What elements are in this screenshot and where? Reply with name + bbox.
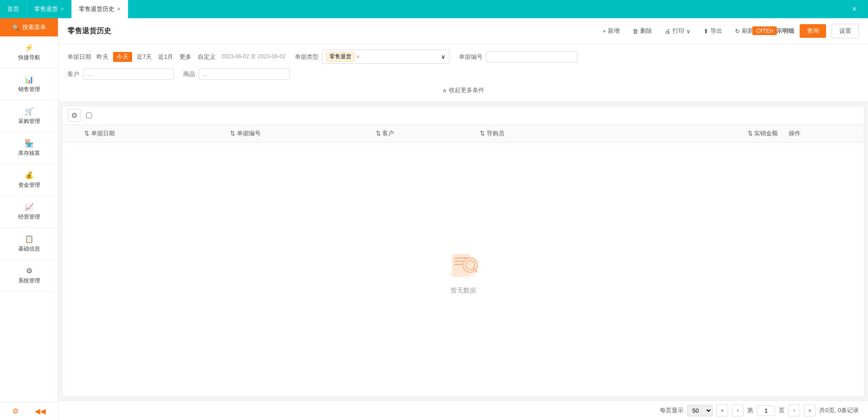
last1m-shortcut[interactable]: 近1月 [156,52,175,62]
bill-type-label: 单据类型 [295,53,318,61]
customer-input[interactable]: ... [83,68,174,80]
top-bar-right: × [848,3,868,15]
tab-retail-return-label: 零售退货 [34,5,58,13]
page-size-select[interactable]: 10 20 50 100 [687,405,713,416]
data-table: ⇅ 单据日期 ⇅ 单据编号 ⇅ 客户 ⇅ 导购员 ⇅ [62,125,864,143]
last7-shortcut[interactable]: 近7天 [135,52,154,62]
sidebar-item-finance-label: 资金管理 [18,181,40,189]
export-icon: ⬆ [704,28,709,35]
th-guide-label: ⇅ 导购员 [480,130,504,137]
print-button[interactable]: 🖨 打印 ∨ [661,25,694,37]
tab-retail-return[interactable]: 零售退货 × [27,0,72,18]
purchase-icon: 🛒 [25,107,34,116]
bill-no-label: 单据编号 [459,53,483,61]
select-all-checkbox[interactable] [86,113,92,118]
system-icon: ⚙ [25,266,34,275]
th-amount[interactable]: ⇅ 实销金额 [638,125,784,143]
settings-button[interactable]: 设置 [832,24,859,38]
main-layout: 🔍 搜索菜单 ⚡ 快捷导航 📊 销售管理 🛒 采购管理 🏪 库存核算 💰 资金管… [0,18,868,420]
date-filter: 单据日期 昨天 今天 近7天 近1月 更多 自定义 2023-06-02 至 2… [67,52,286,62]
page-input[interactable] [757,405,775,416]
refresh-label: 刷新 [742,27,754,35]
sidebar-search[interactable]: 🔍 搜索菜单 [0,18,58,36]
delete-label: 删除 [640,27,652,35]
query-button[interactable]: 查询 [800,24,826,38]
top-bar: 首页 零售退货 × 零售退货历史 × × [0,0,868,18]
page-label-2: 页 [779,406,785,415]
svg-rect-2 [454,257,468,259]
sidebar-search-label: 搜索菜单 [22,23,46,31]
page-size-label: 每页显示 [660,406,683,415]
collapse-label: 收起更多条件 [449,86,484,94]
basic-info-icon: 📋 [25,234,34,243]
next-page-button[interactable]: › [788,405,800,416]
table-container: ⚙ ⇅ 单据日期 ⇅ 单据编号 ⇅ 客户 [62,106,864,397]
page-label: 第 [747,406,753,415]
last-page-button[interactable]: » [804,405,816,416]
search-icon: 🔍 [12,24,20,31]
th-date-label: ⇅ 单据日期 [84,130,115,137]
bill-no-input[interactable] [486,51,577,62]
tab-retail-return-close[interactable]: × [61,6,64,12]
bill-type-select[interactable]: 零售退货 × ∨ [322,50,450,64]
sidebar-item-operations-label: 经营管理 [18,213,40,221]
th-billno[interactable]: ⇅ 单据编号 [225,125,370,143]
table-header: ⇅ 单据日期 ⇅ 单据编号 ⇅ 客户 ⇅ 导购员 ⇅ [62,125,864,143]
first-page-button[interactable]: « [716,405,728,416]
sidebar-item-inventory[interactable]: 🏪 库存核算 [0,132,58,164]
print-label: 打印 [673,27,684,35]
delete-button[interactable]: 🗑 删除 [629,25,656,37]
today-shortcut[interactable]: 今天 [113,52,132,62]
prev-page-button[interactable]: ‹ [732,405,744,416]
sidebar-item-purchase[interactable]: 🛒 采购管理 [0,100,58,132]
sidebar-item-quick-nav[interactable]: ⚡ 快捷导航 [0,36,58,68]
th-date[interactable]: ⇅ 单据日期 [79,125,225,143]
table-toolbar: ⚙ [62,106,864,125]
header-actions: + 新增 🗑 删除 🖨 打印 ∨ ⬆ 导出 ↻ 刷新 [599,24,859,38]
date-shortcuts: 昨天 今天 近7天 近1月 更多 自定义 [95,52,217,62]
tab-home-label: 首页 [7,5,19,13]
settings-bottom-icon[interactable]: ⚙ [12,407,19,415]
customer-filter: 客户 ... [67,68,174,80]
tab-list: 首页 零售退货 × 零售退货历史 × [0,0,848,18]
sidebar-item-basic-info[interactable]: 📋 基础信息 [0,228,58,260]
window-close-button[interactable]: × [848,3,861,15]
sidebar-item-finance[interactable]: 💰 资金管理 [0,164,58,196]
th-billno-label: ⇅ 单据编号 [230,130,261,137]
sidebar: 🔍 搜索菜单 ⚡ 快捷导航 📊 销售管理 🛒 采购管理 🏪 库存核算 💰 资金管… [0,18,58,420]
table-settings-icon[interactable]: ⚙ [68,109,81,122]
svg-rect-4 [454,264,463,265]
yesterday-shortcut[interactable]: 昨天 [95,52,110,62]
collapse-more-button[interactable]: ∧ 收起更多条件 [67,84,859,96]
tab-retail-return-history-close[interactable]: × [117,6,120,12]
sidebar-item-sales-label: 销售管理 [18,86,40,93]
date-label: 单据日期 [67,53,91,61]
often-badge: OfTEn [752,26,777,35]
th-guide[interactable]: ⇅ 导购员 [474,125,599,143]
finance-icon: 💰 [25,170,34,179]
pagination-bar: 每页显示 10 20 50 100 « ‹ 第 页 › » 共0页, 0条记录 [58,400,868,420]
customer-label: 客户 [67,70,79,78]
tab-retail-return-history[interactable]: 零售退货历史 × [72,0,128,18]
sidebar-item-operations[interactable]: 📈 经营管理 [0,196,58,228]
goods-label: 商品 [183,70,195,78]
th-customer[interactable]: ⇅ 客户 [370,125,474,143]
bill-type-tag-close[interactable]: × [356,53,360,60]
sound-bottom-icon[interactable]: ◀◀ [35,407,46,415]
empty-state: 暂无数据 [62,143,864,396]
new-button[interactable]: + 新增 [599,25,623,37]
goods-input[interactable]: ... [199,68,290,80]
th-checkbox [62,125,79,143]
sidebar-item-purchase-label: 采购管理 [18,118,40,125]
th-customer-label: ⇅ 客户 [376,130,395,137]
sidebar-item-system[interactable]: ⚙ 系统管理 [0,260,58,292]
custom-shortcut[interactable]: 自定义 [196,52,217,62]
page-title: 零售退货历史 [67,26,111,36]
sidebar-item-sales[interactable]: 📊 销售管理 [0,68,58,100]
export-button[interactable]: ⬆ 导出 [700,25,726,37]
th-action: 操作 [783,125,864,143]
page-header: 零售退货历史 + 新增 🗑 删除 🖨 打印 ∨ ⬆ 导出 [58,18,868,44]
more-shortcut[interactable]: 更多 [178,52,193,62]
tab-home[interactable]: 首页 [0,0,27,18]
collapse-icon: ∧ [442,87,447,94]
